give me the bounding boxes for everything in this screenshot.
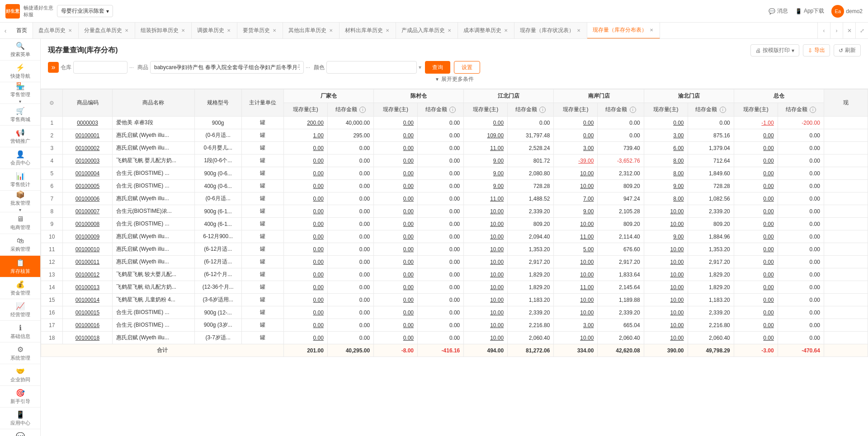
cell-qty-15-4[interactable]: 10.00 [644,306,688,319]
cell-qty-12-4[interactable]: 10.00 [644,268,688,281]
cell-qty-9-3[interactable]: 11.00 [554,230,598,243]
app-download-button[interactable]: 📱 App下载 [795,7,824,15]
cell-qty-2-5[interactable]: 0.00 [734,142,778,155]
cell-qty-15-0[interactable]: 0.00 [283,306,327,319]
cell-qty-12-1[interactable]: 0.00 [374,268,418,281]
cell-qty-8-1[interactable]: 0.00 [374,218,418,230]
cell-qty-8-3[interactable]: 10.00 [554,218,598,230]
setting-button[interactable]: 设置 [454,61,480,74]
cell-qty-15-2[interactable]: 10.00 [464,306,508,319]
tab-prev-button[interactable]: ‹ [0,23,11,39]
cell-qty-17-2[interactable]: 10.00 [464,332,508,344]
cell-qty-3-2[interactable]: 9.00 [464,155,508,167]
info-icon[interactable]: i [359,107,366,113]
tab-expand[interactable]: ⤢ [855,23,868,39]
sidebar-item-零售统计[interactable]: 📊 零售统计 [0,169,40,191]
sidebar-item-批发管理[interactable]: 📦 批发管理 ▾ [0,191,40,212]
cell-qty-17-4[interactable]: 10.00 [644,332,688,344]
export-button[interactable]: ⇩ 导出 [803,44,830,56]
tab-close-all[interactable]: ✕ [843,23,855,39]
tab-10[interactable]: 现存量（库存状况表）✕ [514,23,587,39]
cell-qty-5-3[interactable]: 10.00 [554,180,598,192]
info-icon[interactable]: i [539,107,546,113]
cell-code-2[interactable]: 00100002 [63,142,112,155]
cell-qty-14-4[interactable]: 10.00 [644,294,688,306]
tab-close-3[interactable]: ✕ [180,28,186,33]
cell-qty-7-1[interactable]: 0.00 [374,205,418,218]
sidebar-item-零售商城[interactable]: 🛒 零售商城 [0,104,40,126]
sidebar-item-电商管理[interactable]: 🖥 电商管理 [0,212,40,234]
cell-code-1[interactable]: 00100001 [63,129,112,142]
cell-qty-11-1[interactable]: 0.00 [374,256,418,268]
cell-qty-1-5[interactable]: 0.00 [734,129,778,142]
cell-code-10[interactable]: 00100010 [63,243,112,256]
sidebar-item-零售管理[interactable]: 🏪 零售管理 ▾ [0,82,40,104]
tab-close-7[interactable]: ✕ [385,28,390,33]
tab-close-1[interactable]: ✕ [67,28,73,33]
tab-close-4[interactable]: ✕ [226,28,231,33]
cell-qty-3-1[interactable]: 0.00 [374,155,418,167]
table-wrapper[interactable]: ⚙ 商品编码 商品名称 规格型号 主计量单位 厂家仓 陈村仓 江北门店 南岸门店… [41,89,868,436]
cell-code-12[interactable]: 00100012 [63,268,112,281]
cell-code-3[interactable]: 00100003 [63,155,112,167]
tab-4[interactable]: 调拨单历史✕ [192,23,237,39]
cell-qty-3-0[interactable]: 0.00 [283,155,327,167]
cell-qty-11-2[interactable]: 10.00 [464,256,508,268]
cell-qty-7-5[interactable]: 0.00 [734,205,778,218]
cell-qty-15-5[interactable]: 0.00 [734,306,778,319]
tab-close-6[interactable]: ✕ [328,28,334,33]
cell-qty-10-0[interactable]: 0.00 [283,243,327,256]
cell-qty-9-0[interactable]: 0.00 [283,230,327,243]
cell-code-16[interactable]: 00100016 [63,319,112,332]
cell-qty-10-3[interactable]: 5.00 [554,243,598,256]
cell-qty-8-2[interactable]: 10.00 [464,218,508,230]
tab-scroll-right[interactable]: › [830,23,843,39]
collapse-filter-button[interactable]: » [48,62,59,73]
cell-qty-14-1[interactable]: 0.00 [374,294,418,306]
th-gear[interactable]: ⚙ [41,89,63,117]
cell-qty-2-2[interactable]: 11.00 [464,142,508,155]
tab-close-11[interactable]: ✕ [649,27,654,33]
tab-1[interactable]: 盘点单历史✕ [33,23,79,39]
cell-qty-2-1[interactable]: 0.00 [374,142,418,155]
cell-qty-8-0[interactable]: 0.00 [283,218,327,230]
sidebar-item-企业协同[interactable]: 🤝 企业协同 [0,364,40,386]
tab-11[interactable]: 现存量（库存分布表）✕ [587,23,660,39]
cell-qty-13-3[interactable]: 11.00 [554,281,598,294]
cell-qty-0-2[interactable]: 0.00 [464,117,508,129]
cell-qty-14-3[interactable]: 10.00 [554,294,598,306]
cell-qty-14-2[interactable]: 10.00 [464,294,508,306]
cell-qty-5-2[interactable]: 9.00 [464,180,508,192]
cell-code-14[interactable]: 00100014 [63,294,112,306]
tab-5[interactable]: 要货单历史✕ [237,23,283,39]
sidebar-item-经营管理[interactable]: 📈 经营管理 [0,299,40,321]
message-button[interactable]: 💬 消息 [769,7,788,15]
cell-qty-0-5[interactable]: -1.00 [734,117,778,129]
info-icon[interactable]: i [449,107,456,113]
cell-qty-5-0[interactable]: 0.00 [283,180,327,192]
cell-qty-8-4[interactable]: 10.00 [644,218,688,230]
tab-0[interactable]: 首页 [11,23,33,39]
cell-code-17[interactable]: 00100018 [63,332,112,344]
cell-qty-13-2[interactable]: 10.00 [464,281,508,294]
cell-qty-1-0[interactable]: 1.00 [283,129,327,142]
cell-qty-3-3[interactable]: -39.00 [554,155,598,167]
goods-more-button[interactable]: ··· [306,64,310,70]
tab-close-5[interactable]: ✕ [272,28,277,33]
cell-qty-10-2[interactable]: 10.00 [464,243,508,256]
cell-qty-13-4[interactable]: 10.00 [644,281,688,294]
cell-code-8[interactable]: 00100008 [63,218,112,230]
cell-qty-15-3[interactable]: 10.00 [554,306,598,319]
sidebar-item-资金管理[interactable]: 💰 资金管理 [0,277,40,299]
cell-qty-13-0[interactable]: 0.00 [283,281,327,294]
cell-qty-13-1[interactable]: 0.00 [374,281,418,294]
cell-qty-6-2[interactable]: 11.00 [464,192,508,205]
cell-qty-5-5[interactable]: 0.00 [734,180,778,192]
sidebar-item-搜索英单[interactable]: 🔍 搜索英单 [0,39,40,61]
tab-close-10[interactable]: ✕ [576,28,581,33]
cell-qty-1-1[interactable]: 0.00 [374,129,418,142]
cell-qty-5-1[interactable]: 0.00 [374,180,418,192]
cell-qty-7-3[interactable]: 9.00 [554,205,598,218]
cell-qty-2-4[interactable]: 6.00 [644,142,688,155]
cell-qty-2-0[interactable]: 0.00 [283,142,327,155]
